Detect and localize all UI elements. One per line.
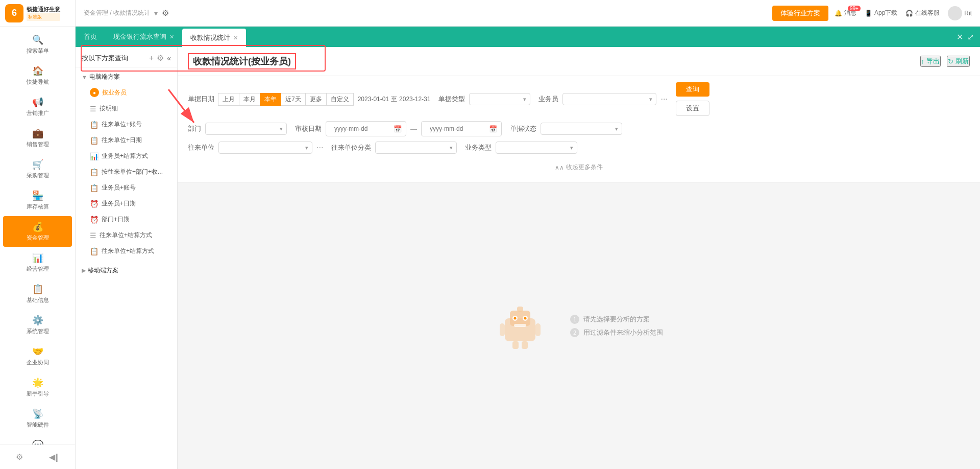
svg-rect-9 xyxy=(512,341,519,349)
sidebar-item-corp[interactable]: 🤝 企业协同 xyxy=(3,341,72,371)
user-name: Rit xyxy=(964,10,972,17)
sidebar-item-purchase[interactable]: 🛒 采购管理 xyxy=(3,154,72,184)
calendar-icon-2: 📅 xyxy=(489,125,497,133)
calendar-icon: 📅 xyxy=(394,125,402,133)
schema-item-salesman-account[interactable]: 📋 业务员+账号 xyxy=(76,180,177,196)
user-area[interactable]: Rit xyxy=(948,6,972,20)
svg-rect-8 xyxy=(535,323,541,336)
sidebar-collapse-btn[interactable]: ◀‖ xyxy=(47,450,61,464)
svg-rect-7 xyxy=(500,323,505,336)
schema-settings-btn[interactable]: ⚙ xyxy=(157,53,164,63)
pc-group-header[interactable]: ▼ 电脑端方案 xyxy=(76,69,177,84)
page-title: 收款情况统计(按业务员) xyxy=(188,53,296,69)
chat-icon: 💬 xyxy=(32,439,43,444)
sidebar-item-quicknav[interactable]: 🏠 快捷导航 xyxy=(3,60,72,91)
collapse-bar[interactable]: ∧∧ 收起更多条件 xyxy=(188,159,970,176)
online-service-btn[interactable]: 🎧 在线客服 xyxy=(905,9,940,17)
query-buttons: 查询 设置 xyxy=(676,82,709,116)
query-btn[interactable]: 查询 xyxy=(676,82,709,97)
date-tab-this-month[interactable]: 本月 xyxy=(239,93,260,106)
biz-type-filter: 业务类型 xyxy=(465,142,577,154)
partner-more-btn[interactable]: ··· xyxy=(316,143,323,152)
pc-schema-group: ▼ 电脑端方案 ● 按业务员 ☰ 按明细 📋 往来单位+账号 📋 往来单 xyxy=(76,67,177,261)
date-tab-more[interactable]: 更多 xyxy=(305,93,327,106)
schema-item-label: 往来单位+日期 xyxy=(102,136,142,145)
app-download-btn[interactable]: 📱 App下载 xyxy=(865,9,897,17)
audit-from-input[interactable] xyxy=(330,123,391,134)
mobile-group-header[interactable]: ▶ 移动端方案 xyxy=(76,263,177,278)
add-schema-btn[interactable]: + xyxy=(149,54,154,63)
sidebar-item-operation[interactable]: 📊 经营管理 xyxy=(3,247,72,278)
schema-item-unit-settle1[interactable]: ☰ 往来单位+结算方式 xyxy=(76,227,177,243)
sidebar-item-base[interactable]: 📋 基础信息 xyxy=(3,278,72,309)
filter-row-2: 部门 审核日期 📅 — 📅 xyxy=(188,121,970,136)
schema-item-salesman[interactable]: ● 按业务员 xyxy=(76,84,177,101)
sidebar-item-marketing[interactable]: 📢 营销推广 xyxy=(3,91,72,122)
logo-text: 畅捷通好生意 标准版 xyxy=(27,6,60,21)
tab-home[interactable]: 首页 xyxy=(76,32,105,41)
empty-tip-1: 1 请先选择要分析的方案 xyxy=(570,315,663,324)
left-panel: 按以下方案查询 + ⚙ « ▼ 电脑端方案 ● 按业务员 ☰ 按明 xyxy=(76,47,178,469)
sidebar-item-hardware[interactable]: 📡 智能硬件 xyxy=(3,403,72,434)
tab-receipt-close[interactable]: ✕ xyxy=(233,35,238,41)
sidebar-item-label: 智能硬件 xyxy=(27,421,49,429)
handshake-icon: 🤝 xyxy=(32,346,43,357)
sidebar-settings-btn[interactable]: ⚙ xyxy=(14,450,25,464)
date-tab-7days[interactable]: 近7天 xyxy=(281,93,306,106)
schema-item-salesman-date[interactable]: ⏰ 业务员+日期 xyxy=(76,196,177,212)
sidebar-item-search[interactable]: 🔍 搜索菜单 xyxy=(3,29,72,60)
trial-button[interactable]: 体验行业方案 xyxy=(772,6,828,21)
tab-bank[interactable]: 现金银行流水查询 ✕ xyxy=(105,27,182,47)
group-arrow-down-icon: ▼ xyxy=(82,74,87,80)
date-tab-this-year[interactable]: 本年 xyxy=(260,93,281,106)
bill-status-select[interactable] xyxy=(541,123,622,135)
tab-restore-icon[interactable]: ⤢ xyxy=(967,32,974,42)
gear-icon[interactable]: ⚙ xyxy=(162,8,169,18)
schema-item-salesman-settle[interactable]: 📊 业务员+结算方式 xyxy=(76,148,177,164)
salesman-more-btn[interactable]: ··· xyxy=(660,95,667,104)
audit-date-separator: — xyxy=(410,125,417,133)
biz-type-select[interactable] xyxy=(496,142,577,154)
tab-close-all-icon[interactable]: ✕ xyxy=(957,32,963,42)
partner-classify-filter: 往来单位分类 xyxy=(331,142,457,154)
chevron-down-icon[interactable]: ▾ xyxy=(154,9,158,17)
sidebar-item-sales[interactable]: 💼 销售管理 xyxy=(3,123,72,153)
export-btn[interactable]: ↑ 导出 xyxy=(920,56,941,67)
detail-icon: ☰ xyxy=(90,105,96,113)
refresh-icon: ↻ xyxy=(948,58,953,65)
dept-select[interactable] xyxy=(205,123,287,135)
partner-classify-select[interactable] xyxy=(375,142,457,154)
sidebar-item-system[interactable]: ⚙️ 系统管理 xyxy=(3,310,72,340)
sidebar-item-finance[interactable]: 💰 资金管理 xyxy=(3,216,72,247)
sidebar-item-newguide[interactable]: 🌟 新手引导 xyxy=(3,372,72,403)
type-select[interactable] xyxy=(469,93,530,105)
topbar-right: 🔔 消息 99+ 📱 App下载 🎧 在线客服 Rit xyxy=(835,6,972,20)
date-tab-custom[interactable]: 自定义 xyxy=(326,93,354,106)
tab-bank-close[interactable]: ✕ xyxy=(169,34,174,40)
schema-item-dept-date[interactable]: ⏰ 部门+日期 xyxy=(76,212,177,227)
search-icon: 🔍 xyxy=(32,34,43,45)
partner-input[interactable] xyxy=(218,142,312,154)
audit-to-input[interactable] xyxy=(426,123,487,134)
schema-item-unit-account[interactable]: 📋 往来单位+账号 xyxy=(76,116,177,132)
sidebar-item-stock[interactable]: 🏪 库存核算 xyxy=(3,185,72,216)
schema-item-unit-settle2[interactable]: 📋 往来单位+结算方式 xyxy=(76,243,177,259)
setting-btn[interactable]: 设置 xyxy=(676,101,709,116)
date-tab-last-month[interactable]: 上月 xyxy=(218,93,239,106)
tab-receipt[interactable]: 收款情况统计 ✕ xyxy=(182,29,246,47)
sidebar-item-label: 资金管理 xyxy=(27,234,49,242)
logo-icon: 6 xyxy=(5,4,23,22)
schema-item-unit-dept[interactable]: 📋 按往来单位+部门+收... xyxy=(76,164,177,180)
schema-item-label: 往来单位+账号 xyxy=(102,120,142,129)
salesman-input[interactable] xyxy=(562,93,656,105)
collapse-panel-btn[interactable]: « xyxy=(167,54,171,62)
schema-item-unit-date[interactable]: 📋 往来单位+日期 xyxy=(76,132,177,148)
empty-tips: 1 请先选择要分析的方案 2 用过滤条件来缩小分析范围 xyxy=(570,315,663,337)
schema-item-detail[interactable]: ☰ 按明细 xyxy=(76,101,177,116)
data-area: 1 请先选择要分析的方案 2 用过滤条件来缩小分析范围 xyxy=(178,182,980,469)
system-icon: ⚙️ xyxy=(32,315,43,326)
sidebar-item-label: 系统管理 xyxy=(27,327,49,335)
refresh-btn[interactable]: ↻ 刷新 xyxy=(947,56,970,67)
message-btn[interactable]: 🔔 消息 99+ xyxy=(835,9,856,17)
sidebar-item-wechat[interactable]: 💬 企业微信 xyxy=(3,434,72,444)
